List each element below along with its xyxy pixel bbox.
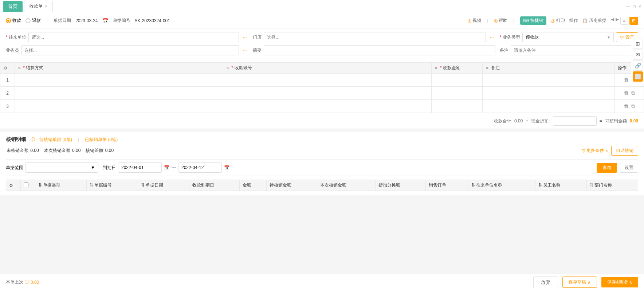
verif-title: 核销明细 <box>6 136 26 143</box>
operate-btn[interactable]: 操作 <box>569 17 578 24</box>
done-tab-label: 已核销单据 <box>85 137 107 142</box>
calendar-icon[interactable]: 📅 <box>102 18 109 24</box>
sep2: | <box>487 18 488 23</box>
row-amount-1[interactable] <box>432 74 483 87</box>
bth-sort-2[interactable]: ⇅ <box>90 183 93 188</box>
right-panel-btn-1[interactable]: ⊞ <box>633 39 643 49</box>
date-from-input[interactable] <box>118 162 162 173</box>
shortcut-icon: ⌨ <box>523 18 529 23</box>
bth-checkbox[interactable] <box>21 180 35 191</box>
counterpart-input[interactable] <box>28 32 239 42</box>
date-to-input[interactable] <box>178 162 222 173</box>
delete-btn-2[interactable]: 🗑 <box>624 90 629 96</box>
bth-sort-4[interactable]: ⇅ <box>471 183 475 188</box>
row-account-1[interactable] <box>223 74 432 87</box>
pending-tab[interactable]: 待核销单据 (0笔) <box>39 137 72 143</box>
row-amount-3[interactable] <box>432 100 483 113</box>
tab-active[interactable]: 收款单 × <box>24 1 53 12</box>
row-remark-1[interactable] <box>483 74 615 87</box>
row-settlement-1[interactable] <box>15 74 223 87</box>
staff-input[interactable] <box>21 45 239 55</box>
discount-input[interactable] <box>553 116 597 126</box>
save-new-label: 保存&新增 <box>607 279 628 285</box>
video-label: 视频 <box>472 17 481 24</box>
range-filter: 单据范围 ▼ <box>6 162 98 173</box>
tab-bar: 首页 收款单 × — □ × <box>0 0 644 13</box>
row-account-2[interactable] <box>223 87 432 100</box>
minimize-btn[interactable]: — <box>626 4 630 9</box>
store-label: 门店 <box>253 34 262 40</box>
remark-input[interactable] <box>511 45 638 55</box>
row-account-3[interactable] <box>223 100 432 113</box>
shortcut-btn[interactable]: ⌨ 快捷键 <box>520 16 546 25</box>
sort-account[interactable]: ⇅ <box>226 66 229 70</box>
abandon-btn[interactable]: 放弃 <box>533 277 558 288</box>
counterpart-more-icon[interactable]: ··· <box>241 34 248 40</box>
date-to-calendar-icon[interactable]: 📅 <box>224 165 229 170</box>
row-remark-3[interactable] <box>483 100 615 113</box>
row-settlement-2[interactable] <box>15 87 223 100</box>
bth-sales-order-label: 销售订单 <box>429 183 446 188</box>
form-area: 往来单位 ··· 门店 ··· 业务类型 预收款 ▼ ⚙ 设置 业务员 ··· <box>0 28 644 62</box>
date-from-calendar-icon[interactable]: 📅 <box>164 165 169 170</box>
help-btn[interactable]: ◎ 帮助 <box>494 17 507 24</box>
biz-type-select[interactable]: 预收款 ▼ <box>522 32 614 42</box>
this-verif-value: 0.00 <box>72 148 80 153</box>
filter-settings-btn[interactable]: 设置 <box>620 163 638 173</box>
copy-btn-3[interactable]: ⧉ <box>631 103 635 109</box>
view-list-btn[interactable]: ≡ <box>620 17 628 25</box>
th-settlement-label: 结算方式 <box>23 65 43 70</box>
maximize-btn[interactable]: □ <box>633 4 636 9</box>
auto-verif-btn[interactable]: 自动核销 <box>611 146 638 156</box>
row-remark-2[interactable] <box>483 87 615 100</box>
video-btn[interactable]: ◎ 视频 <box>468 17 481 24</box>
store-more-icon[interactable]: ··· <box>488 34 495 40</box>
print-btn[interactable]: 🖨 打印 <box>551 17 565 24</box>
nav-prev-btn[interactable]: ◀ <box>611 17 614 25</box>
copy-btn-2[interactable]: ⧉ <box>631 90 635 96</box>
select-all-checkbox[interactable] <box>24 183 28 187</box>
more-conditions-btn[interactable]: ▽ 更多条件 ∧ <box>582 148 608 154</box>
query-btn[interactable]: 查询 <box>597 163 617 173</box>
th-settings[interactable]: ⚙ <box>0 63 15 74</box>
right-panel-btn-4[interactable]: ⬜ <box>633 71 643 82</box>
store-input[interactable] <box>264 32 486 42</box>
row-settlement-3[interactable] <box>15 100 223 113</box>
radio-refund[interactable]: 退款 <box>25 17 41 24</box>
history-btn[interactable]: 📋 历史单据 <box>582 17 606 24</box>
row-amount-2[interactable] <box>432 87 483 100</box>
bth-sort-1[interactable]: ⇅ <box>38 183 42 188</box>
summary-input[interactable] <box>264 45 495 55</box>
nav-next-btn[interactable]: ▶ <box>616 17 619 25</box>
bth-settings[interactable]: ⚙ <box>6 180 21 191</box>
col-settings-icon[interactable]: ⚙ <box>3 66 7 71</box>
verif-header: 核销明细 ⓘ 待核销单据 (0笔) | 已核销单据 (0笔) <box>6 136 638 143</box>
range-select[interactable]: ▼ <box>25 162 98 173</box>
verif-info-icon[interactable]: ⓘ <box>31 137 35 143</box>
verif-filters: 单据范围 ▼ 到期日 📅 — 📅 查询 设置 <box>6 159 638 176</box>
tab-home[interactable]: 首页 <box>3 1 23 12</box>
staff-more-icon[interactable]: ··· <box>241 47 248 53</box>
sort-remark[interactable]: ⇅ <box>486 66 488 70</box>
date-separator: — <box>172 165 176 170</box>
print-label: 打印 <box>556 17 565 24</box>
sort-amount[interactable]: ⇅ <box>435 66 437 70</box>
pending-tab-label: 待核销单据 <box>39 137 61 142</box>
bth-sort-5[interactable]: ⇅ <box>538 183 542 188</box>
bth-sort-3[interactable]: ⇅ <box>141 183 145 188</box>
view-grid-btn[interactable]: ⊞ <box>629 17 638 25</box>
done-tab[interactable]: 已核销单据 (0笔) <box>85 137 118 143</box>
right-panel-btn-2[interactable]: ✉ <box>633 50 643 60</box>
footer-info-icon[interactable]: ⓘ <box>25 279 29 285</box>
save-draft-btn[interactable]: 保存草稿 ∧ <box>562 277 597 288</box>
right-panel-btn-3[interactable]: 🔗 <box>633 60 643 71</box>
close-window-btn[interactable]: × <box>639 4 641 9</box>
sort-settlement[interactable]: ⇅ <box>18 66 21 70</box>
delete-btn-3[interactable]: 🗑 <box>624 103 629 109</box>
tab-close-btn[interactable]: × <box>45 4 47 9</box>
save-draft-label: 保存草稿 <box>569 279 586 285</box>
radio-receive[interactable]: 收款 <box>6 17 21 24</box>
save-new-btn[interactable]: 保存&新增 ∧ <box>601 277 638 287</box>
delete-btn-1[interactable]: 🗑 <box>624 77 629 83</box>
bth-sort-6[interactable]: ⇅ <box>590 183 593 188</box>
